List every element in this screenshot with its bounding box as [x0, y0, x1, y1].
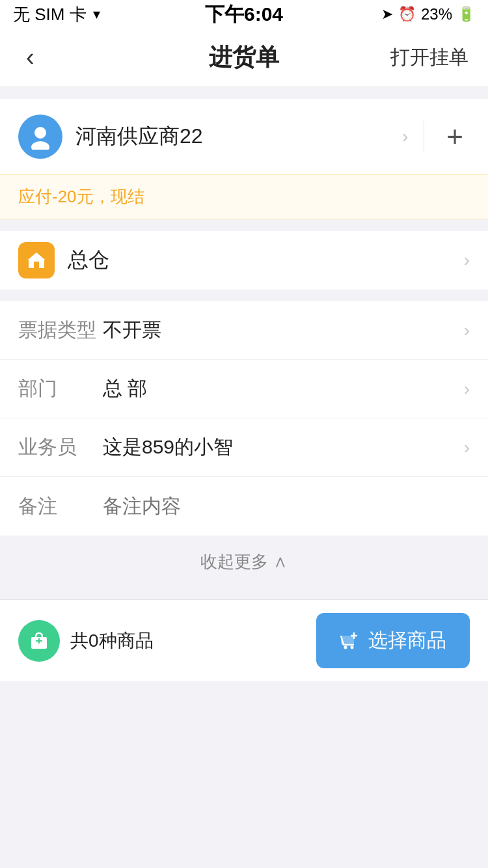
salesperson-label: 业务员 — [18, 434, 103, 461]
alarm-icon: ⏰ — [398, 6, 416, 23]
section-gap-2 — [0, 219, 488, 231]
status-bar: 无 SIM 卡 ▾ 下午6:04 ➤ ⏰ 23% 🔋 — [0, 0, 488, 29]
department-label: 部门 — [18, 375, 103, 402]
wifi-icon: ▾ — [93, 6, 100, 23]
remark-label: 备注 — [18, 493, 103, 520]
battery-icon: 🔋 — [457, 6, 475, 23]
carrier-text: 无 SIM 卡 — [13, 3, 87, 26]
section-gap-3 — [0, 290, 488, 301]
shopping-bag-icon — [27, 629, 51, 653]
add-supplier-button[interactable]: + — [440, 120, 470, 153]
divider — [424, 120, 424, 153]
product-count-text: 共0种商品 — [70, 629, 154, 653]
remark-row[interactable]: 备注 — [0, 477, 488, 536]
notice-bar: 应付-20元，现结 — [0, 174, 488, 219]
svg-rect-4 — [34, 262, 39, 268]
section-gap-4 — [0, 588, 488, 599]
warehouse-chevron-icon: › — [464, 250, 470, 271]
status-time: 下午6:04 — [205, 1, 283, 28]
cart-plus-icon — [340, 631, 360, 651]
warehouse-row[interactable]: 总仓 › — [0, 231, 488, 290]
supplier-section: 河南供应商22 › + 应付-20元，现结 — [0, 99, 488, 219]
warehouse-icon — [18, 242, 55, 278]
warehouse-name: 总仓 — [68, 246, 464, 275]
ticket-type-chevron-icon: › — [464, 320, 470, 341]
svg-point-9 — [344, 645, 347, 649]
remark-input[interactable] — [103, 495, 470, 517]
location-icon: ➤ — [381, 6, 393, 23]
product-count-section: 共0种商品 — [18, 620, 154, 662]
svg-point-0 — [34, 127, 46, 139]
salesperson-chevron-icon: › — [464, 437, 470, 458]
supplier-chevron-icon: › — [402, 126, 408, 147]
page-title: 进货单 — [209, 42, 279, 74]
warehouse-building-icon — [26, 250, 47, 271]
section-gap-1 — [0, 87, 488, 99]
battery-text: 23% — [421, 5, 452, 23]
warehouse-section: 总仓 › — [0, 231, 488, 290]
back-button[interactable]: ‹ — [20, 37, 41, 78]
nav-bar: ‹ 进货单 打开挂单 — [0, 29, 488, 87]
collapse-row[interactable]: 收起更多 ∧ — [0, 536, 488, 588]
ticket-type-value: 不开票 — [103, 317, 464, 344]
collapse-label: 收起更多 ∧ — [200, 550, 287, 573]
svg-point-1 — [31, 141, 49, 150]
open-pending-button[interactable]: 打开挂单 — [390, 44, 468, 71]
salesperson-value: 这是859的小智 — [103, 434, 464, 461]
person-icon — [27, 124, 53, 150]
department-chevron-icon: › — [464, 379, 470, 400]
form-section: 票据类型 不开票 › 部门 总 部 › 业务员 这是859的小智 › 备注 — [0, 301, 488, 536]
ticket-type-row[interactable]: 票据类型 不开票 › — [0, 301, 488, 360]
select-product-label: 选择商品 — [368, 627, 446, 654]
select-product-button[interactable]: 选择商品 — [316, 613, 470, 668]
gray-background — [0, 681, 488, 863]
supplier-row[interactable]: 河南供应商22 › + — [0, 99, 488, 174]
supplier-avatar — [18, 115, 62, 159]
svg-marker-3 — [27, 252, 46, 260]
ticket-type-label: 票据类型 — [18, 317, 103, 344]
status-right: ➤ ⏰ 23% 🔋 — [381, 5, 475, 23]
bottom-bar: 共0种商品 选择商品 — [0, 599, 488, 681]
department-row[interactable]: 部门 总 部 › — [0, 360, 488, 418]
product-icon — [18, 620, 60, 662]
department-value: 总 部 — [103, 375, 464, 402]
status-carrier: 无 SIM 卡 ▾ — [13, 3, 100, 26]
svg-point-10 — [351, 645, 354, 649]
salesperson-row[interactable]: 业务员 这是859的小智 › — [0, 418, 488, 477]
supplier-name: 河南供应商22 — [75, 122, 402, 151]
